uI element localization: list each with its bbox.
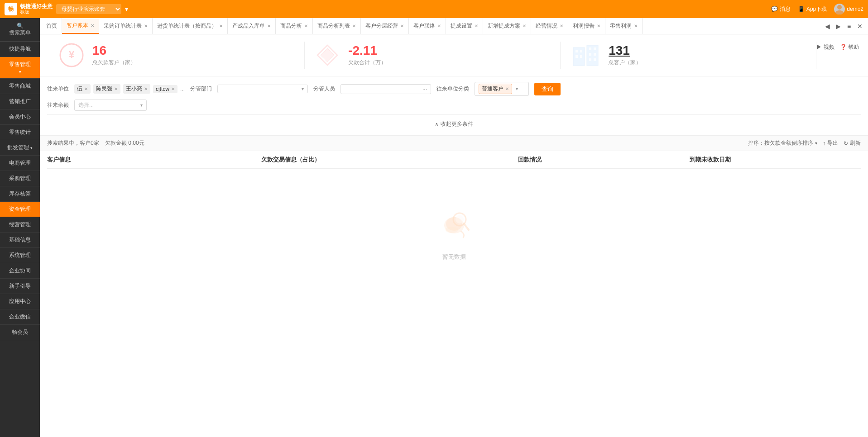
tab-bar-actions: ◀ ▶ ≡ ✕ — [821, 22, 866, 31]
tab-close-all-button[interactable]: ✕ — [855, 22, 864, 31]
sidebar-item-retail[interactable]: 零售管理 ▾ — [0, 57, 40, 79]
tab-product-analysis[interactable]: 商品分析 ✕ — [276, 18, 313, 34]
surplus-filter-select[interactable]: 选择... ▾ — [74, 100, 147, 111]
unit-type-filter-select[interactable]: 普通客户 ✕ ▾ — [475, 82, 529, 96]
tab-next-button[interactable]: ▶ — [834, 22, 843, 31]
video-help-button[interactable]: ▶ 视频 — [816, 43, 834, 51]
sidebar-item-wechat[interactable]: 企业微信 — [0, 309, 40, 325]
sidebar-item-operation[interactable]: 经营管理 — [0, 217, 40, 233]
tab-profit-report[interactable]: 利润报告 ✕ — [568, 18, 605, 34]
sidebar-item-member[interactable]: 会员中心 — [0, 109, 40, 125]
svg-rect-12 — [589, 48, 591, 50]
tab-close-icon[interactable]: ✕ — [400, 24, 404, 28]
selector-arrow[interactable]: ▾ — [125, 5, 128, 13]
sidebar-item-mall[interactable]: 零售商城 — [0, 79, 40, 94]
svg-rect-16 — [589, 58, 591, 61]
sidebar-item-purchase[interactable]: 采购管理 — [0, 171, 40, 186]
tab-product-inbound[interactable]: 产成品入库单 ✕ — [228, 18, 276, 34]
unit-type-tag: 普通客户 ✕ — [479, 84, 512, 94]
help-icon: ❓ — [840, 44, 848, 50]
tab-close-icon[interactable]: ✕ — [475, 24, 478, 28]
sidebar-item-vip[interactable]: 畅会员 — [0, 325, 40, 340]
tab-more-button[interactable]: ≡ — [844, 22, 854, 31]
results-count: 搜索结果中，客户0家 欠款金额 0.00元 — [47, 139, 144, 147]
tab-home[interactable]: 首页 — [42, 18, 62, 34]
tab-close-icon[interactable]: ✕ — [437, 24, 441, 28]
tab-close-icon[interactable]: ✕ — [267, 24, 271, 28]
sidebar-item-guide[interactable]: 新手引导 — [0, 279, 40, 294]
refresh-button[interactable]: ↻ 刷新 — [844, 139, 861, 147]
svg-text:¥: ¥ — [68, 49, 74, 60]
tab-close-icon[interactable]: ✕ — [304, 24, 308, 28]
export-button[interactable]: ↑ 导出 — [823, 139, 838, 147]
empty-state: 暂无数据 — [47, 169, 861, 297]
stat-label-amount: 欠款合计（万） — [348, 59, 386, 66]
tab-customer-tier[interactable]: 客户分层经营 ✕ — [361, 18, 409, 34]
tab-product-list[interactable]: 商品分析列表 ✕ — [313, 18, 361, 34]
account-selector[interactable]: 母婴行业演示账套 — [56, 4, 121, 14]
tab-close-icon[interactable]: ✕ — [597, 24, 600, 28]
svg-rect-10 — [575, 55, 578, 58]
tab-close-icon[interactable]: ✕ — [523, 24, 526, 28]
help-button[interactable]: ❓ 帮助 — [840, 43, 859, 51]
tab-business-status[interactable]: 经营情况 ✕ — [531, 18, 568, 34]
filter-tag-close-2[interactable]: ✕ — [144, 86, 148, 91]
filter-more-button[interactable]: ... — [180, 86, 185, 92]
filter-tag-close-0[interactable]: ✕ — [84, 86, 88, 91]
sort-select[interactable]: 排序：按欠款金额倒序排序 ▾ — [748, 139, 817, 147]
sidebar-item-finance[interactable]: 资金管理 — [0, 202, 40, 217]
query-button[interactable]: 查询 — [534, 83, 561, 95]
tab-close-icon[interactable]: ✕ — [91, 23, 94, 28]
tab-close-icon[interactable]: ✕ — [219, 24, 223, 28]
sidebar-item-retail-stats[interactable]: 零售统计 — [0, 125, 40, 140]
svg-line-22 — [464, 224, 469, 230]
filter-tag-close-3[interactable]: ✕ — [171, 86, 175, 91]
sidebar-item-base-info[interactable]: 基础信息 — [0, 233, 40, 248]
filter-tag-0: 伍 ✕ — [74, 84, 91, 94]
unit-type-tag-close[interactable]: ✕ — [505, 86, 509, 91]
message-button[interactable]: 💬 消息 — [771, 5, 791, 13]
header-left: 畅 畅捷通好生意 标版 母婴行业演示账套 ▾ — [5, 3, 128, 15]
dept-filter-select[interactable]: ▾ — [217, 85, 308, 93]
tab-purchase-stats[interactable]: 采购订单统计表 ✕ — [99, 18, 153, 34]
collapse-button[interactable]: ∧ 收起更多条件 — [435, 119, 473, 130]
tab-add-commission[interactable]: 新增提成方案 ✕ — [483, 18, 531, 34]
sidebar-item-wholesale[interactable]: 批发管理 ▾ — [0, 140, 40, 156]
top-header: 畅 畅捷通好生意 标版 母婴行业演示账套 ▾ 💬 消息 📱 App下载 demo… — [0, 0, 868, 18]
tab-customer-ledger[interactable]: 客户账本 ✕ — [62, 18, 99, 34]
unit-filter-label: 往来单位 — [47, 85, 69, 93]
tab-prev-button[interactable]: ◀ — [823, 22, 832, 31]
app-download-button[interactable]: 📱 App下载 — [798, 5, 827, 13]
stat-value-total: 131 — [609, 44, 641, 57]
tab-inbound-stats[interactable]: 进货单统计表（按商品） ✕ — [153, 18, 228, 34]
filter-row-1: 往来单位 伍 ✕ 陈民强 ✕ 王小亮 ✕ — [47, 82, 861, 96]
sidebar-item-marketing[interactable]: 营销推广 — [0, 94, 40, 109]
person-filter-select[interactable]: ··· — [340, 84, 431, 94]
table-area: 客户信息 欠款交易信息（占比） 回款情况 到期未收款日期 — [40, 151, 868, 297]
person-more-dots[interactable]: ··· — [422, 86, 427, 92]
refresh-icon: ↻ — [844, 140, 848, 147]
filter-area: 往来单位 伍 ✕ 陈民强 ✕ 王小亮 ✕ — [40, 76, 868, 136]
unit-type-filter-label: 往来单位分类 — [436, 85, 469, 93]
tab-close-icon[interactable]: ✕ — [144, 24, 148, 28]
sidebar-item-app-center[interactable]: 应用中心 — [0, 294, 40, 309]
sidebar-item-collab[interactable]: 企业协同 — [0, 263, 40, 279]
main-layout: 🔍 搜索菜单 快捷导航 零售管理 ▾ 零售商城 营销推广 会员中心 零售统计 批… — [0, 18, 868, 437]
tab-retail-profit[interactable]: 零售利润 ✕ — [605, 18, 643, 34]
tab-close-icon[interactable]: ✕ — [634, 24, 638, 28]
user-menu[interactable]: demo2 — [834, 4, 863, 14]
sidebar: 🔍 搜索菜单 快捷导航 零售管理 ▾ 零售商城 营销推广 会员中心 零售统计 批… — [0, 18, 40, 437]
sidebar-item-quick-nav[interactable]: 快捷导航 — [0, 42, 40, 57]
stat-icon-diamond — [314, 42, 341, 69]
sidebar-item-inventory[interactable]: 库存核算 — [0, 186, 40, 202]
sidebar-search[interactable]: 🔍 搜索菜单 — [0, 18, 40, 42]
filter-tag-close-1[interactable]: ✕ — [114, 86, 118, 91]
tab-close-icon[interactable]: ✕ — [560, 24, 563, 28]
tab-commission-settings[interactable]: 提成设置 ✕ — [446, 18, 483, 34]
sidebar-item-system[interactable]: 系统管理 — [0, 248, 40, 263]
tab-customer-contact[interactable]: 客户联络 ✕ — [409, 18, 446, 34]
sidebar-item-ecommerce[interactable]: 电商管理 — [0, 156, 40, 171]
stat-card-customers: ¥ 16 总欠款客户（家） — [49, 42, 305, 69]
tab-bar: 首页 客户账本 ✕ 采购订单统计表 ✕ 进货单统计表（按商品） ✕ 产成品入库单… — [40, 18, 868, 34]
tab-close-icon[interactable]: ✕ — [352, 24, 356, 28]
